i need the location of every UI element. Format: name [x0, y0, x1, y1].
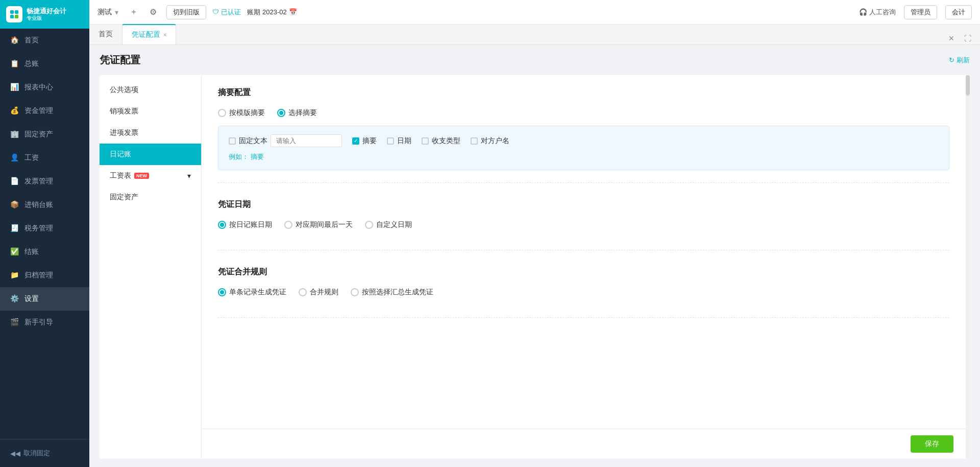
payroll-label: 工资表 NEW [110, 171, 149, 180]
topbar-actions: ＋ ⚙ [127, 5, 160, 19]
config-nav-public[interactable]: 公共选项 [100, 79, 201, 101]
verified-badge: 🛡 已认证 [212, 8, 241, 17]
voucher-date-radio-group: 按日记账日期 对应期间最后一天 自定义日期 [218, 220, 949, 229]
payroll-icon: 👤 [10, 153, 19, 162]
save-bar: 保存 [202, 429, 966, 459]
sidebar-item-funds[interactable]: 💰 资金管理 [0, 99, 89, 123]
income-type-checkbox[interactable] [422, 137, 429, 145]
sidebar-item-settlement[interactable]: ✅ 结账 [0, 240, 89, 264]
page-title-bar: 凭证配置 ↻ 刷新 [100, 53, 970, 67]
summary-radio-template[interactable]: 按模版摘要 [218, 108, 265, 118]
summary-section-title: 摘要配置 [218, 87, 949, 98]
page-wrapper: 凭证配置 ↻ 刷新 公共选项 销项发票 进项发票 [89, 45, 980, 467]
sales-ledger-icon: 📦 [10, 200, 19, 209]
sidebar-item-invoice[interactable]: 📄 发票管理 [0, 170, 89, 193]
company-selector[interactable]: 测试 ▾ [97, 8, 118, 17]
app-logo: 畅捷通好会计 专业版 [0, 0, 89, 29]
voucher-merge-section-title: 凭证合并规则 [218, 267, 949, 277]
home-icon: 🏠 [10, 36, 19, 45]
summary-checkbox[interactable] [352, 137, 359, 145]
topbar-right: 🎧 人工咨询 管理员 会计 [859, 5, 972, 19]
sidebar-item-ledger[interactable]: 📋 总账 [0, 52, 89, 76]
sidebar-item-fixed-assets[interactable]: 🏢 固定资产 [0, 123, 89, 146]
voucher-date-radio-custom[interactable]: 自定义日期 [365, 220, 412, 229]
summary-options-box: 固定文本 摘要 日期 [218, 126, 949, 170]
config-nav-payroll[interactable]: 工资表 NEW ▾ [100, 165, 201, 186]
right-scrollbar-thumb[interactable] [966, 75, 970, 96]
voucher-date-section: 凭证日期 按日记账日期 对应期间最后一天 [218, 199, 949, 250]
svg-rect-0 [10, 10, 14, 14]
maximize-window-button[interactable]: ⛶ [962, 32, 974, 44]
tabs-bar: 首页 凭证配置 × ✕ ⛶ [89, 25, 980, 45]
config-nav-sales[interactable]: 销项发票 [100, 101, 201, 122]
ledger-icon: 📋 [10, 59, 19, 68]
sidebar-bottom: ◀◀ 取消固定 [0, 439, 89, 467]
config-nav-purchase[interactable]: 进项发票 [100, 122, 201, 144]
voucher-merge-radio-rule[interactable]: 合并规则 [299, 288, 338, 297]
archive-icon: 📁 [10, 271, 19, 280]
guide-icon: 🎬 [10, 318, 19, 327]
sidebar-item-sales-ledger[interactable]: 📦 进销台账 [0, 193, 89, 217]
main-area: 测试 ▾ ＋ ⚙ 切到旧版 🛡 已认证 账期 2023-02 📅 🎧 人工咨询 … [89, 0, 980, 467]
config-content: 摘要配置 按模版摘要 选择摘要 [202, 75, 966, 459]
summary-radio-select[interactable]: 选择摘要 [277, 108, 317, 118]
right-scrollbar [966, 75, 970, 459]
config-layout: 公共选项 销项发票 进项发票 日记账 工资表 NEW [100, 75, 970, 459]
journal-date-radio-circle [218, 221, 226, 229]
summary-example: 例如： 摘要 [229, 152, 939, 161]
calendar-icon[interactable]: 📅 [289, 8, 297, 16]
voucher-date-radio-journal[interactable]: 按日记账日期 [218, 220, 272, 229]
counterpart-checkbox-item[interactable]: 对方户名 [471, 136, 509, 146]
sidebar-item-reports[interactable]: 📊 报表中心 [0, 76, 89, 99]
close-window-button[interactable]: ✕ [945, 32, 958, 44]
accountant-button[interactable]: 会计 [945, 5, 972, 19]
sidebar-item-archive[interactable]: 📁 归档管理 [0, 264, 89, 287]
fixed-text-input[interactable] [271, 134, 342, 147]
voucher-merge-radio-summary[interactable]: 按照选择汇总生成凭证 [351, 288, 433, 297]
switch-old-version-button[interactable]: 切到旧版 [166, 5, 206, 19]
sidebar-item-settings[interactable]: ⚙️ 设置 [0, 287, 89, 311]
sidebar: 畅捷通好会计 专业版 🏠 首页 📋 总账 📊 报表中心 💰 资金管理 🏢 固定资… [0, 0, 89, 467]
config-nav: 公共选项 销项发票 进项发票 日记账 工资表 NEW [100, 75, 202, 459]
topbar: 测试 ▾ ＋ ⚙ 切到旧版 🛡 已认证 账期 2023-02 📅 🎧 人工咨询 … [89, 0, 980, 25]
user-button[interactable]: 管理员 [904, 5, 937, 19]
config-nav-fixed-assets[interactable]: 固定资产 [100, 186, 201, 208]
voucher-merge-radio-single[interactable]: 单条记录生成凭证 [218, 288, 286, 297]
add-button[interactable]: ＋ [127, 5, 141, 19]
cancel-fixed-button[interactable]: ◀◀ 取消固定 [8, 446, 81, 461]
voucher-date-section-title: 凭证日期 [218, 199, 949, 210]
reports-icon: 📊 [10, 83, 19, 92]
income-type-checkbox-item[interactable]: 收支类型 [422, 136, 460, 146]
fixed-text-checkbox[interactable] [229, 137, 236, 145]
settings-icon: ⚙️ [10, 294, 19, 303]
tab-close-icon[interactable]: × [163, 32, 166, 38]
date-checkbox-item[interactable]: 日期 [387, 136, 411, 146]
sidebar-item-payroll[interactable]: 👤 工资 [0, 146, 89, 170]
config-nav-journal[interactable]: 日记账 [100, 144, 201, 165]
select-radio-circle [277, 109, 285, 117]
voucher-merge-radio-group: 单条记录生成凭证 合并规则 按照选择汇总生成凭证 [218, 288, 949, 297]
merge-rule-radio-circle [299, 288, 307, 296]
pin-icon: ◀◀ [10, 450, 20, 457]
settlement-icon: ✅ [10, 247, 19, 256]
voucher-date-radio-period-last[interactable]: 对应期间最后一天 [284, 220, 353, 229]
new-badge: NEW [134, 173, 149, 179]
logo-icon [6, 6, 22, 22]
tab-home[interactable]: 首页 [89, 24, 122, 44]
headset-icon: 🎧 [859, 8, 867, 16]
custom-date-radio-circle [365, 221, 373, 229]
refresh-button[interactable]: ↻ 刷新 [949, 56, 970, 65]
window-controls: ✕ ⛶ [945, 32, 980, 44]
tab-voucher-config[interactable]: 凭证配置 × [122, 24, 176, 44]
sidebar-item-tax[interactable]: 🧾 税务管理 [0, 217, 89, 240]
sidebar-navigation: 🏠 首页 📋 总账 📊 报表中心 💰 资金管理 🏢 固定资产 👤 工资 📄 发票… [0, 29, 89, 439]
date-checkbox[interactable] [387, 137, 394, 145]
save-button[interactable]: 保存 [911, 435, 953, 453]
sidebar-item-home[interactable]: 🏠 首页 [0, 29, 89, 52]
sidebar-item-guide[interactable]: 🎬 新手引导 [0, 311, 89, 334]
svg-rect-3 [15, 15, 18, 18]
counterpart-checkbox[interactable] [471, 137, 478, 145]
settings-button[interactable]: ⚙ [146, 5, 160, 19]
summary-checkbox-item[interactable]: 摘要 [352, 136, 377, 146]
consultation-button[interactable]: 🎧 人工咨询 [859, 8, 896, 17]
